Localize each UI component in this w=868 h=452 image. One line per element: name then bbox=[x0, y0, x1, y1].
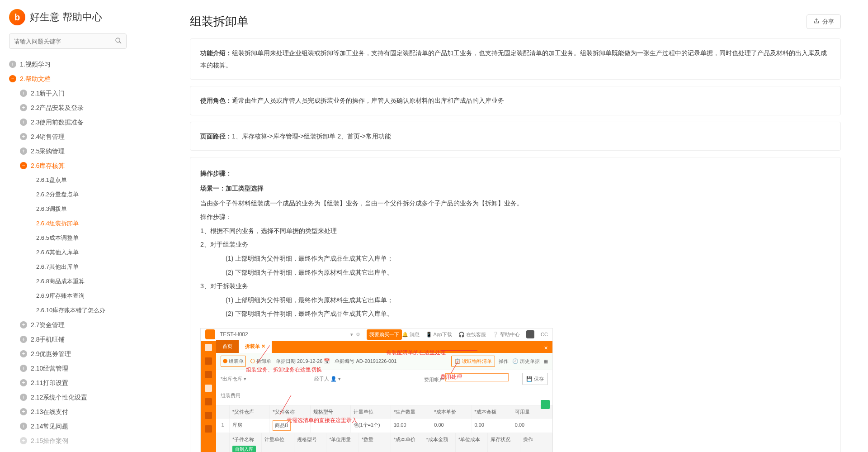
nav-2-6-1[interactable]: 2.6.1盘点单 bbox=[9, 173, 127, 187]
intro-text: 组装拆卸单用来处理企业组装或拆卸等加工业务，支持有固定装配清单的产品加工业务，也… bbox=[200, 49, 827, 69]
role-label: 使用角色： bbox=[200, 97, 232, 104]
gear-icon: ⚙ bbox=[356, 330, 360, 339]
nav-icon bbox=[205, 371, 212, 378]
sidebar: b 好生意 帮助中心 +1.视频学习 −2.帮助文档 +2.1新手入门 +2.2… bbox=[0, 0, 136, 452]
nav-icon bbox=[205, 412, 212, 419]
brand-name: 好生意 帮助中心 bbox=[30, 10, 102, 24]
nav-2-11[interactable]: +2.11打印设置 bbox=[9, 376, 127, 390]
plus-icon: + bbox=[20, 104, 27, 111]
main-content: 组装拆卸单 分享 功能介绍：组装拆卸单用来处理企业组装或拆卸等加工业务，支持有固… bbox=[136, 0, 868, 452]
plus-icon: + bbox=[20, 379, 27, 386]
nav-2-6-9[interactable]: 2.6.9库存账本查询 bbox=[9, 289, 127, 303]
ss-child-head: *子件名称 自制入库计量单位规格型号*单位用量*数量*成本单价*成本金额*单位成… bbox=[216, 433, 552, 452]
nav-2-13[interactable]: +2.13在线支付 bbox=[9, 404, 127, 419]
step3-2: (2) 下部明细为子件明细，最终作为产成品生成其它入库单。 bbox=[200, 308, 830, 320]
avatar-icon bbox=[526, 330, 534, 338]
nav-2-9[interactable]: +2.9优惠券管理 bbox=[9, 347, 127, 361]
ss-row3: 组装费用 bbox=[216, 388, 552, 405]
nav-2-15[interactable]: +2.15操作案例 bbox=[9, 433, 127, 448]
step3: 3、对于拆装业务 bbox=[200, 280, 830, 292]
svg-point-0 bbox=[116, 38, 120, 42]
plus-icon: + bbox=[20, 408, 27, 415]
intro-label: 功能介绍： bbox=[200, 49, 232, 57]
embedded-screenshot: TEST-H002 ▾ ⚙ 我要购买一下 🔔 消息 📱 App下载 🎧 在线客服… bbox=[200, 328, 553, 452]
ss-ops: 操作 bbox=[499, 357, 509, 366]
svg-line-1 bbox=[119, 42, 121, 43]
step2-1: (1) 上部明细为父件明细，最终作为产成品生成其它入库单； bbox=[200, 252, 830, 265]
ss-history: 🕘 历史单据 bbox=[512, 357, 540, 366]
nav-2-10[interactable]: +2.10经营管理 bbox=[9, 361, 127, 376]
plus-icon: + bbox=[20, 423, 27, 430]
nav-2-12[interactable]: +2.12系统个性化设置 bbox=[9, 390, 127, 404]
plus-icon: + bbox=[20, 119, 27, 126]
nav-2-6-4[interactable]: 2.6.4组装拆卸单 bbox=[9, 216, 127, 231]
nav-docs[interactable]: −2.帮助文档 bbox=[9, 71, 127, 86]
search-box bbox=[9, 33, 127, 49]
steps-title: 操作步骤： bbox=[200, 167, 830, 180]
plus-icon: + bbox=[20, 90, 27, 97]
annotation-fee: 费用处理 bbox=[440, 372, 462, 382]
plus-icon: + bbox=[20, 321, 27, 328]
ss-docno: 单据编号 AD-20191226-001 bbox=[335, 357, 396, 366]
nav-2-6-10[interactable]: 2.6.10库存账本错了怎么办 bbox=[9, 303, 127, 318]
plus-icon: + bbox=[9, 61, 16, 68]
plus-icon: + bbox=[20, 365, 27, 372]
nav-2-6-6[interactable]: 2.6.6其他入库单 bbox=[9, 245, 127, 260]
step3-1: (1) 上部明细为父件明细，最终作为原材料生成其它出库单； bbox=[200, 294, 830, 306]
nav-2-8[interactable]: +2.8手机旺铺 bbox=[9, 332, 127, 347]
nav-icon bbox=[205, 398, 212, 405]
share-button[interactable]: 分享 bbox=[807, 14, 841, 29]
nav-2-6[interactable]: −2.6库存核算 bbox=[9, 158, 127, 173]
ss-radio-assemble: 组装单 bbox=[221, 356, 246, 367]
role-card: 使用角色：通常由生产人员或库管人员完成拆装业务的操作，库管人员确认原材料的出库和… bbox=[190, 86, 841, 115]
ss-leftnav bbox=[201, 341, 216, 452]
chevron-down-icon: ▾ bbox=[350, 330, 353, 339]
plus-icon: + bbox=[20, 336, 27, 343]
nav-2-6-8[interactable]: 2.6.8商品成本重算 bbox=[9, 274, 127, 289]
plus-icon: + bbox=[20, 147, 27, 155]
nav-video[interactable]: +1.视频学习 bbox=[9, 57, 127, 71]
plus-icon: + bbox=[20, 437, 27, 444]
role-text: 通常由生产人员或库管人员完成拆装业务的操作，库管人员确认原材料的出库和产成品的入… bbox=[232, 97, 504, 104]
step1: 1、根据不同的业务，选择不同单据的类型来处理 bbox=[200, 225, 830, 237]
minus-icon: − bbox=[9, 75, 16, 82]
ss-content: 首页 拆装单 ✕ ✕ 组装单 拆卸单 单据日期 2019-12-26 📅 单据编… bbox=[216, 341, 552, 452]
search-input[interactable] bbox=[9, 33, 127, 49]
ss-tab-active: 拆装单 ✕ bbox=[239, 340, 272, 353]
annotation-direct: 无需选清单的直接在这里录入 bbox=[287, 415, 357, 426]
nav-icon bbox=[205, 425, 212, 433]
nav-2-4[interactable]: +2.4销售管理 bbox=[9, 129, 127, 144]
brand-logo-icon: b bbox=[9, 9, 25, 25]
nav-2-7[interactable]: +2.7资金管理 bbox=[9, 318, 127, 332]
ss-msg: 🔔 消息 bbox=[402, 330, 420, 339]
plus-icon: + bbox=[20, 133, 27, 140]
ss-org: TEST-H002 bbox=[220, 329, 248, 340]
ss-save-button: 💾 保存 bbox=[522, 373, 548, 385]
path-card: 页面路径：1、库存核算->库存管理->组装拆卸单 2、首页->常用功能 bbox=[190, 122, 841, 151]
nav-2-5[interactable]: +2.5采购管理 bbox=[9, 144, 127, 158]
path-label: 页面路径： bbox=[200, 133, 232, 140]
annotation-bom: 有装配清单的在这里处理 bbox=[386, 347, 446, 358]
scene1-text: 当由多个子件材料组装成一个成品的业务为【组装】业务，当由一个父件拆分成多个子产品… bbox=[200, 197, 830, 209]
ss-topbar: TEST-H002 ▾ ⚙ 我要购买一下 🔔 消息 📱 App下载 🎧 在线客服… bbox=[201, 328, 552, 341]
step2: 2、对于组装业务 bbox=[200, 238, 830, 251]
ss-app: 📱 App下载 bbox=[426, 330, 452, 339]
steps-block: 操作步骤： 场景一：加工类型选择 当由多个子件材料组装成一个成品的业务为【组装】… bbox=[190, 157, 841, 452]
nav-2-2[interactable]: +2.2产品安装及登录 bbox=[9, 100, 127, 115]
path-text: 1、库存核算->库存管理->组装拆卸单 2、首页->常用功能 bbox=[232, 133, 391, 140]
nav-2-6-2[interactable]: 2.6.2分量盘点单 bbox=[9, 187, 127, 202]
scene1-title: 场景一：加工类型选择 bbox=[200, 182, 830, 195]
nav-2-6-7[interactable]: 2.6.7其他出库单 bbox=[9, 260, 127, 274]
nav-icon bbox=[205, 344, 212, 351]
nav-2-14[interactable]: +2.14常见问题 bbox=[9, 419, 127, 433]
share-icon bbox=[813, 18, 820, 25]
float-expand-icon bbox=[541, 400, 550, 409]
nav-2-1[interactable]: +2.1新手入门 bbox=[9, 86, 127, 100]
ss-tabs: 首页 拆装单 ✕ ✕ bbox=[216, 341, 552, 353]
search-icon[interactable] bbox=[115, 37, 122, 46]
step2-2: (2) 下部明细为子件明细，最终作为原材料生成其它出库单。 bbox=[200, 266, 830, 279]
steps-label: 操作步骤： bbox=[200, 211, 830, 223]
nav-2-6-5[interactable]: 2.6.5成本调整单 bbox=[9, 231, 127, 245]
nav-2-6-3[interactable]: 2.6.3调拨单 bbox=[9, 202, 127, 216]
nav-2-3[interactable]: +2.3使用前数据准备 bbox=[9, 115, 127, 129]
